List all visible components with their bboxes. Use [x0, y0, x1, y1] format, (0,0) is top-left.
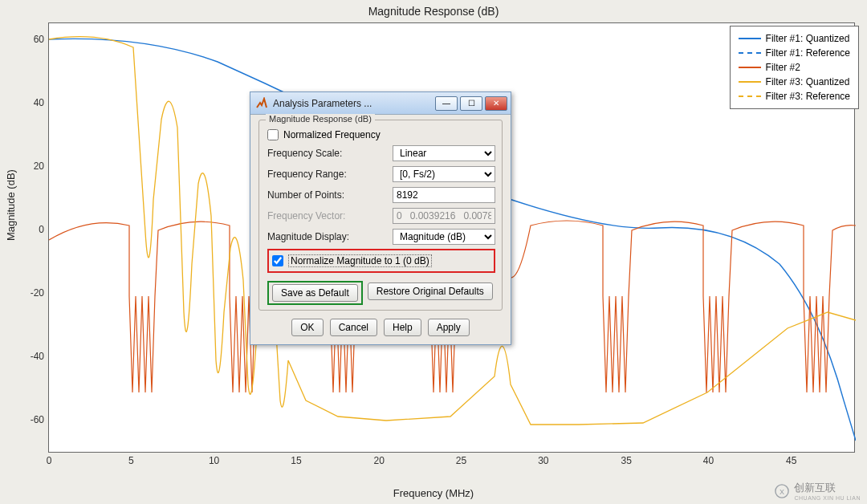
normalized-frequency-checkbox-row[interactable]: Normalized Frequency — [267, 127, 495, 143]
minimize-button[interactable]: — — [435, 96, 458, 111]
watermark-logo-icon: X — [775, 484, 789, 498]
svg-text:X: X — [779, 487, 784, 495]
normalize-magnitude-checkbox[interactable] — [272, 255, 283, 266]
legend-swatch — [739, 38, 761, 39]
watermark: X 创新互联 CHUANG XIN HU LIAN — [775, 481, 861, 501]
normalize-magnitude-checkbox-row[interactable]: Normalize Magnitude to 1 (0 dB) — [272, 252, 490, 270]
ytick: 20 — [34, 161, 49, 172]
ytick: -60 — [31, 414, 49, 425]
ytick: 60 — [34, 34, 49, 45]
xtick: 35 — [621, 452, 631, 466]
save-as-default-highlight: Save as Default — [267, 281, 363, 305]
legend-item[interactable]: Filter #2 — [739, 60, 850, 75]
groupbox-title: Magnitude Response (dB) — [266, 114, 375, 124]
xtick: 15 — [291, 452, 301, 466]
dialog-body: Magnitude Response (dB) Normalized Frequ… — [250, 115, 511, 344]
legend-label: Filter #3: Reference — [766, 89, 850, 104]
xtick: 0 — [47, 452, 52, 466]
cancel-button[interactable]: Cancel — [330, 319, 377, 336]
dialog-titlebar[interactable]: Analysis Parameters ... — ☐ ✕ — [250, 92, 511, 115]
number-of-points-label: Number of Points: — [267, 189, 388, 201]
restore-original-defaults-button[interactable]: Restore Original Defaults — [368, 282, 493, 300]
ok-button[interactable]: OK — [291, 319, 323, 336]
legend-label: Filter #1: Reference — [766, 46, 850, 60]
help-button[interactable]: Help — [384, 319, 421, 336]
maximize-button[interactable]: ☐ — [460, 96, 482, 111]
analysis-parameters-dialog[interactable]: Analysis Parameters ... — ☐ ✕ Magnitude … — [250, 91, 511, 345]
watermark-brand: 创新互联 — [794, 481, 861, 495]
normalize-magnitude-highlight: Normalize Magnitude to 1 (0 dB) — [267, 249, 495, 273]
xtick: 5 — [128, 452, 134, 466]
ytick: -40 — [31, 351, 49, 362]
legend-label: Filter #3: Quantized — [766, 75, 850, 89]
ytick: 0 — [39, 224, 49, 235]
xtick: 10 — [209, 452, 219, 466]
xtick: 40 — [703, 452, 714, 466]
normalized-frequency-checkbox[interactable] — [267, 129, 279, 140]
xtick: 45 — [786, 452, 796, 466]
matlab-icon — [255, 97, 268, 110]
legend-item[interactable]: Filter #3: Reference — [739, 89, 850, 104]
ytick: -20 — [31, 287, 49, 299]
legend-label: Filter #1: Quantized — [766, 31, 850, 46]
legend-item[interactable]: Filter #1: Quantized — [739, 31, 850, 46]
ytick: 40 — [34, 97, 49, 108]
magnitude-display-select[interactable]: Magnitude (dB) — [393, 229, 495, 245]
legend-swatch — [739, 96, 761, 97]
normalize-magnitude-label: Normalize Magnitude to 1 (0 dB) — [288, 254, 432, 267]
y-axis-label: Magnitude (dB) — [5, 169, 17, 241]
legend-swatch — [739, 81, 761, 83]
magnitude-display-label: Magnitude Display: — [267, 231, 388, 242]
number-of-points-input[interactable] — [393, 187, 495, 203]
apply-button[interactable]: Apply — [428, 319, 470, 336]
legend-item[interactable]: Filter #3: Quantized — [739, 75, 850, 89]
dialog-title: Analysis Parameters ... — [273, 98, 435, 109]
frequency-scale-select[interactable]: Linear — [393, 145, 495, 161]
xtick: 30 — [538, 452, 548, 466]
frequency-range-label: Frequency Range: — [267, 169, 388, 180]
normalized-frequency-label: Normalized Frequency — [283, 129, 381, 140]
legend-swatch — [739, 67, 761, 68]
legend-item[interactable]: Filter #1: Reference — [739, 46, 850, 60]
legend[interactable]: Filter #1: Quantized Filter #1: Referenc… — [730, 26, 859, 109]
x-axis-label: Frequency (MHz) — [0, 487, 867, 499]
watermark-sub: CHUANG XIN HU LIAN — [794, 495, 861, 501]
close-button[interactable]: ✕ — [485, 96, 507, 111]
frequency-range-select[interactable]: [0, Fs/2) — [393, 166, 495, 182]
frequency-vector-label: Frequency Vector: — [267, 210, 388, 222]
frequency-vector-input — [393, 208, 495, 224]
save-as-default-button[interactable]: Save as Default — [272, 284, 358, 302]
legend-label: Filter #2 — [766, 60, 800, 75]
xtick: 25 — [456, 452, 466, 466]
magnitude-response-groupbox: Magnitude Response (dB) Normalized Frequ… — [258, 120, 503, 311]
xtick: 20 — [374, 452, 385, 466]
plot-title: Magnitude Response (dB) — [0, 5, 867, 18]
legend-swatch — [739, 52, 761, 54]
frequency-scale-label: Frequency Scale: — [267, 148, 388, 159]
